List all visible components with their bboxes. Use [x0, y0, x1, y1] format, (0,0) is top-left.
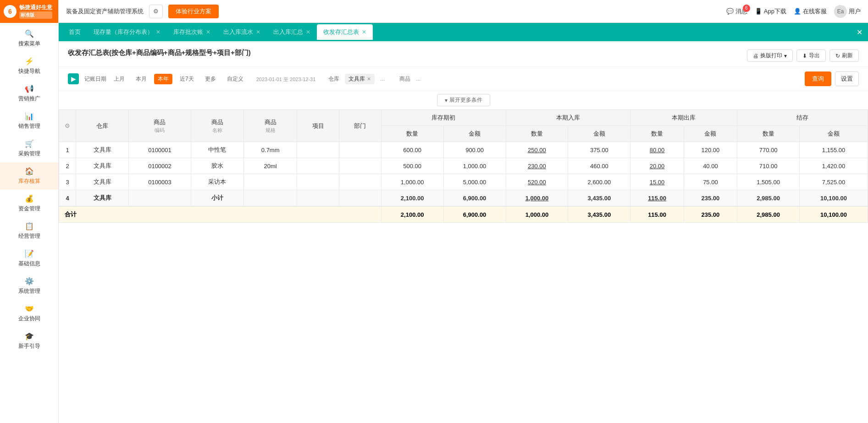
total-closing-amt: 10,100.00	[800, 206, 868, 223]
row-out-qty-link[interactable]: 80.00	[650, 147, 665, 154]
row-out-qty-link[interactable]: 15.00	[650, 179, 665, 186]
sidebar-label-search: 搜索菜单	[18, 40, 40, 48]
row-department	[339, 142, 381, 158]
sidebar-label-system: 系统管理	[18, 287, 40, 295]
user-label: 用户	[849, 7, 861, 16]
avatar: Ea	[834, 5, 847, 18]
filter-settings-button[interactable]: 设置	[835, 71, 859, 86]
trial-button[interactable]: 体验行业方案	[168, 5, 219, 18]
top-header: 装备及固定资产辅助管理系统 ⚙ 体验行业方案 💬 消息 6 📱 App下载 👤 …	[59, 0, 868, 23]
warehouse-more[interactable]: ...	[380, 76, 385, 82]
tab-home[interactable]: 首页	[62, 24, 87, 40]
tab-batch-account-close[interactable]: ✕	[206, 29, 210, 35]
sidebar-item-basic[interactable]: 📝 基础信息	[0, 245, 58, 272]
tab-batch-account[interactable]: 库存批次账 ✕	[167, 24, 217, 40]
row-in-qty-link[interactable]: 250.00	[528, 147, 546, 154]
online-support-button[interactable]: 👤 在线客服	[794, 7, 827, 16]
table-container: ⚙ 仓库 商品编码 商品名称 商品规格 项目 部门 库存期初 本期入库 本期出库…	[59, 110, 868, 423]
tab-inout-flow-close[interactable]: ✕	[256, 29, 260, 35]
commodity-more[interactable]: ...	[416, 76, 420, 82]
sidebar-item-collab[interactable]: 🤝 企业协同	[0, 300, 58, 327]
row-in-qty-link[interactable]: 230.00	[528, 163, 546, 170]
sidebar-item-quick-nav[interactable]: ⚡ 快捷导航	[0, 52, 58, 80]
settings-gear-button[interactable]: ⚙	[149, 5, 163, 18]
sidebar-item-search[interactable]: 🔍 搜索菜单	[0, 25, 58, 52]
refresh-button[interactable]: ↻ 刷新	[829, 49, 859, 62]
row-out-amt: 40.00	[684, 158, 737, 174]
col-group-closing: 结存	[737, 110, 868, 126]
total-in-qty: 1,000.00	[506, 206, 568, 223]
sidebar-label-basic: 基础信息	[18, 260, 40, 268]
sidebar-item-guide[interactable]: 🎓 新手引导	[0, 327, 58, 355]
row-out-qty-link[interactable]: 20.00	[650, 163, 665, 170]
col-warehouse: 仓库	[76, 110, 129, 142]
commodity-filter-label: 商品	[399, 75, 410, 83]
row-in-qty[interactable]: 1,000.00	[506, 190, 568, 207]
tab-inout-flow[interactable]: 出入库流水 ✕	[217, 24, 267, 40]
row-opening-amt: 1,000.00	[443, 158, 506, 174]
sidebar-item-system[interactable]: ⚙️ 系统管理	[0, 272, 58, 300]
sidebar-label-sales: 销售管理	[18, 122, 40, 130]
sidebar-item-purchase[interactable]: 🛒 采购管理	[0, 135, 58, 162]
tab-receive-summary[interactable]: 收发存汇总表 ✕	[317, 24, 373, 40]
filter-expand-arrow[interactable]: ▶	[68, 73, 79, 84]
date-filter-label: 记账日期	[84, 75, 106, 83]
expand-icon: ▾	[445, 97, 448, 104]
row-out-qty[interactable]: 80.00	[630, 142, 684, 158]
row-in-qty[interactable]: 250.00	[506, 142, 568, 158]
row-in-qty-link[interactable]: 520.00	[528, 179, 546, 186]
table-gear-icon[interactable]: ⚙	[65, 122, 70, 129]
printer-icon: 🖨	[753, 53, 758, 59]
tab-bar-close-button[interactable]: ✕	[851, 28, 868, 37]
sidebar-item-finance[interactable]: 💰 资金管理	[0, 190, 58, 217]
row-name: 胶水	[191, 158, 243, 174]
total-closing-qty: 2,985.00	[737, 206, 800, 223]
refresh-icon: ↻	[835, 53, 840, 59]
row-closing-amt: 1,420.00	[800, 158, 868, 174]
row-out-qty[interactable]: 20.00	[630, 158, 684, 174]
print-button[interactable]: 🖨 换版打印 ▾	[747, 49, 793, 62]
row-out-qty-link[interactable]: 115.00	[648, 195, 666, 202]
tab-receive-summary-close[interactable]: ✕	[362, 29, 366, 35]
date-btn-last-month[interactable]: 上月	[110, 74, 128, 84]
row-in-amt: 375.00	[568, 142, 630, 158]
row-in-qty[interactable]: 230.00	[506, 158, 568, 174]
date-btn-this-month[interactable]: 本月	[132, 74, 150, 84]
row-warehouse: 文具库	[76, 174, 129, 190]
user-area[interactable]: Ea 用户	[834, 5, 861, 18]
row-closing-qty: 770.00	[737, 142, 800, 158]
tab-inventory-dist-label: 现存量（库存分布表）	[94, 28, 153, 36]
col-in-amt: 金额	[568, 126, 630, 142]
tab-inventory-dist-close[interactable]: ✕	[156, 29, 160, 35]
date-btn-this-year[interactable]: 本年	[154, 74, 172, 84]
date-btn-custom[interactable]: 自定义	[223, 74, 247, 84]
marketing-icon: 📢	[25, 84, 34, 93]
row-out-amt: 235.00	[684, 190, 737, 207]
logo-icon: 6	[4, 5, 17, 18]
tab-inout-summary-close[interactable]: ✕	[306, 29, 310, 35]
notification-button[interactable]: 💬 消息 6	[726, 7, 747, 16]
tab-inventory-dist[interactable]: 现存量（库存分布表） ✕	[87, 24, 167, 40]
app-download-label: App下载	[764, 7, 786, 16]
date-btn-7days[interactable]: 近7天	[176, 74, 198, 84]
query-button[interactable]: 查询	[805, 71, 831, 86]
row-in-qty-link[interactable]: 1,000.00	[525, 195, 549, 202]
col-code: 商品编码	[129, 110, 191, 142]
sidebar-item-marketing[interactable]: 📢 营销推广	[0, 80, 58, 107]
warehouse-tag-close[interactable]: ✕	[367, 76, 371, 82]
row-in-qty[interactable]: 520.00	[506, 174, 568, 190]
row-opening-qty: 2,100.00	[381, 190, 443, 207]
row-warehouse: 文具库	[76, 190, 129, 207]
sidebar-item-inventory[interactable]: 🏠 库存核算	[0, 162, 58, 190]
tab-inout-summary[interactable]: 出入库汇总 ✕	[267, 24, 317, 40]
app-download-button[interactable]: 📱 App下载	[755, 7, 786, 16]
inventory-icon: 🏠	[25, 167, 34, 176]
row-out-qty[interactable]: 115.00	[630, 190, 684, 207]
header-right-area: 💬 消息 6 📱 App下载 👤 在线客服 Ea 用户	[726, 5, 861, 18]
sidebar-item-sales[interactable]: 📊 销售管理	[0, 107, 58, 135]
sidebar-item-operations[interactable]: 📋 经营管理	[0, 217, 58, 245]
expand-conditions-button[interactable]: ▾ 展开更多条件	[437, 94, 490, 106]
date-btn-more[interactable]: 更多	[201, 74, 220, 84]
export-button[interactable]: ⬇ 导出	[796, 49, 826, 62]
row-out-qty[interactable]: 15.00	[630, 174, 684, 190]
